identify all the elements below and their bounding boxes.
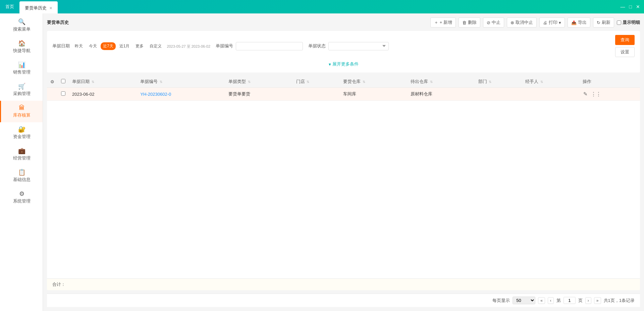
sort-pending-warehouse-icon: ⇅ xyxy=(430,80,433,84)
sort-doc-type-icon: ⇅ xyxy=(248,80,251,84)
th-doc-date[interactable]: 单据日期 ⇅ xyxy=(69,76,137,88)
sidebar-item-system-mgmt-label: 系统管理 xyxy=(13,198,31,204)
sidebar-item-sales-mgmt-label: 销售管理 xyxy=(13,69,31,75)
date-btn-7days[interactable]: 近7天 xyxy=(101,42,116,50)
expand-more[interactable]: ▾ 展开更多条件 xyxy=(52,60,635,69)
sort-handler-icon: ⇅ xyxy=(540,80,543,84)
sidebar-item-basic-info[interactable]: 📋 基础信息 xyxy=(0,165,43,187)
sidebar-item-quick-nav[interactable]: 🏠 快捷导航 xyxy=(0,36,43,58)
sidebar: 🔍 搜索菜单 🏠 快捷导航 📊 销售管理 🛒 采购管理 🏛 库存核算 🔐 资金管… xyxy=(0,13,43,311)
th-store[interactable]: 门店 ⇅ xyxy=(293,76,340,88)
print-dropdown-icon: ▾ xyxy=(559,20,561,25)
first-page-button[interactable]: « xyxy=(538,297,545,304)
sidebar-item-sales-mgmt[interactable]: 📊 销售管理 xyxy=(0,58,43,79)
window-close-icon[interactable]: ✕ xyxy=(636,4,640,9)
status-select[interactable]: 全部 待审核 已审核 已中止 xyxy=(328,42,389,50)
purchase-mgmt-icon: 🛒 xyxy=(18,83,25,89)
th-operation-label: 操作 xyxy=(583,79,591,84)
sidebar-item-finance[interactable]: 🔐 资金管理 xyxy=(0,122,43,144)
sidebar-item-system-mgmt[interactable]: ⚙ 系统管理 xyxy=(0,187,43,208)
export-icon: 📤 xyxy=(571,20,577,25)
th-req-warehouse-label: 要货仓库 xyxy=(343,79,361,84)
sidebar-item-search-menu[interactable]: 🔍 搜索菜单 xyxy=(0,15,43,36)
row-doc-type: 要货单要货 xyxy=(225,88,292,101)
row-pending-warehouse: 原材料仓库 xyxy=(407,88,475,101)
data-table: ⚙ 单据日期 ⇅ 单据编号 ⇅ 单据类型 ⇅ xyxy=(47,76,640,101)
th-checkbox[interactable] xyxy=(58,76,69,88)
settings-button[interactable]: 设置 xyxy=(615,47,635,57)
th-store-label: 门店 xyxy=(296,79,305,84)
row-store xyxy=(293,88,340,101)
row-doc-date: 2023-06-02 xyxy=(69,88,137,101)
tab-bar: 首页 要货单历史 ✕ xyxy=(0,0,58,13)
th-doc-no[interactable]: 单据编号 ⇅ xyxy=(137,76,225,88)
th-req-warehouse[interactable]: 要货仓库 ⇅ xyxy=(340,76,407,88)
sidebar-item-inventory[interactable]: 🏛 库存核算 xyxy=(0,101,43,122)
next-page-button[interactable]: › xyxy=(585,297,591,304)
th-doc-no-label: 单据编号 xyxy=(140,79,158,84)
print-icon: 🖨 xyxy=(543,20,547,25)
export-label: 导出 xyxy=(578,19,587,26)
docno-input[interactable] xyxy=(236,42,303,50)
cancel-stop-label: 取消中止 xyxy=(516,19,533,26)
sidebar-item-operations[interactable]: 💼 经营管理 xyxy=(0,144,43,165)
date-filter-label: 单据日期 xyxy=(52,43,70,49)
query-btns: 查询 设置 xyxy=(615,35,635,57)
table-spacer xyxy=(47,101,640,278)
tab-order-history-label: 要货单历史 xyxy=(25,5,47,11)
show-detail-checkbox[interactable] xyxy=(617,20,621,25)
row-checkbox[interactable] xyxy=(58,88,69,101)
filter-row-1: 单据日期 昨天 今天 近7天 近1月 更多 自定义 2023-05-27 至 2… xyxy=(52,35,635,57)
date-btn-custom[interactable]: 自定义 xyxy=(147,42,164,50)
tab-order-history[interactable]: 要货单历史 ✕ xyxy=(19,1,58,15)
docno-filter-group: 单据编号 xyxy=(216,42,303,50)
doc-no-link[interactable]: YH-20230602-0 xyxy=(140,92,171,97)
refresh-button[interactable]: ↻ 刷新 xyxy=(593,17,614,28)
window-maximize-icon[interactable]: □ xyxy=(629,4,632,9)
print-label: 打印 xyxy=(549,19,557,26)
show-detail-container: 显示明细 xyxy=(617,19,640,26)
summary-label: 合计： xyxy=(52,281,65,287)
last-page-button[interactable]: » xyxy=(594,297,601,304)
date-btn-1month[interactable]: 近1月 xyxy=(117,42,132,50)
query-button[interactable]: 查询 xyxy=(615,35,635,45)
filter-panel: 单据日期 昨天 今天 近7天 近1月 更多 自定义 2023-05-27 至 2… xyxy=(47,31,640,73)
date-btn-today[interactable]: 今天 xyxy=(87,42,99,50)
cancel-stop-button[interactable]: ⊗ 取消中止 xyxy=(507,17,537,28)
th-handler[interactable]: 经手人 ⇅ xyxy=(522,76,579,88)
cancel-stop-icon: ⊗ xyxy=(511,20,514,25)
th-settings[interactable]: ⚙ xyxy=(47,76,58,88)
sidebar-item-search-menu-label: 搜索菜单 xyxy=(13,26,31,32)
stop-icon: ⊘ xyxy=(487,20,490,25)
page-label-pre: 第 xyxy=(556,298,561,304)
window-minimize-icon[interactable]: — xyxy=(621,4,625,9)
th-doc-type[interactable]: 单据类型 ⇅ xyxy=(225,76,292,88)
per-page-select[interactable]: 10 20 50 100 xyxy=(513,297,535,304)
sidebar-item-purchase-mgmt[interactable]: 🛒 采购管理 xyxy=(0,79,43,101)
th-doc-type-label: 单据类型 xyxy=(228,79,246,84)
page-number-input[interactable] xyxy=(564,297,576,304)
sort-department-icon: ⇅ xyxy=(489,80,491,84)
tab-close-icon[interactable]: ✕ xyxy=(49,6,52,10)
edit-icon[interactable]: ✎ xyxy=(583,90,588,98)
date-btn-yesterday[interactable]: 昨天 xyxy=(72,42,85,50)
new-button[interactable]: ＋ + 新增 xyxy=(430,17,456,28)
stop-label: 中止 xyxy=(492,19,500,26)
sidebar-item-finance-label: 资金管理 xyxy=(13,134,31,140)
system-mgmt-icon: ⚙ xyxy=(19,191,24,197)
row-doc-no[interactable]: YH-20230602-0 xyxy=(137,88,225,101)
tab-home[interactable]: 首页 xyxy=(0,0,19,13)
status-filter-group: 单据状态 全部 待审核 已审核 已中止 xyxy=(308,42,389,50)
th-pending-warehouse[interactable]: 待出仓库 ⇅ xyxy=(407,76,475,88)
date-btn-more[interactable]: 更多 xyxy=(133,42,146,50)
select-all-checkbox[interactable] xyxy=(61,79,65,83)
docno-filter-label: 单据编号 xyxy=(216,43,233,49)
export-button[interactable]: 📤 导出 xyxy=(568,17,590,28)
stop-button[interactable]: ⊘ 中止 xyxy=(483,17,504,28)
print-button[interactable]: 🖨 打印 ▾ xyxy=(539,17,565,28)
prev-page-button[interactable]: ‹ xyxy=(548,297,554,304)
total-info: 共1页，1条记录 xyxy=(604,298,635,304)
more-icon[interactable]: ⋮⋮ xyxy=(590,90,602,98)
delete-button[interactable]: 🗑 删除 xyxy=(459,17,480,28)
th-department[interactable]: 部门 ⇅ xyxy=(475,76,522,88)
